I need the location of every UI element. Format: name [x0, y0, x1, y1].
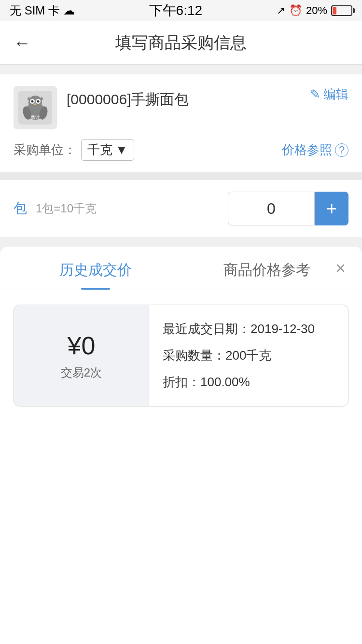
tab-active-indicator: [81, 288, 110, 290]
price-summary-left: ¥0 交易2次: [14, 305, 149, 406]
back-button[interactable]: ←: [14, 33, 31, 53]
location-icon: ↗: [277, 4, 285, 17]
quantity-unit-icon: 包: [14, 199, 27, 218]
edit-icon: ✎: [310, 87, 320, 102]
edit-label: 编辑: [323, 86, 348, 103]
price-card: ¥0 交易2次 最近成交日期：2019-12-30 采购数量：200千克 折扣：…: [14, 305, 348, 406]
svg-text:数计: 数计: [31, 115, 40, 120]
sim-status: 无 SIM 卡 ☁: [10, 3, 75, 18]
qty-value: 200千克: [225, 348, 271, 363]
battery-icon: [331, 5, 352, 16]
date-label: 最近成交日期：: [163, 322, 251, 336]
product-card: 数计 [0000006]手撕面包 ✎ 编辑 采购单位： 千克 ▼ 价格参照 ?: [0, 74, 362, 172]
edit-button[interactable]: ✎ 编辑: [310, 86, 348, 103]
price-amount: ¥0: [68, 331, 96, 360]
tabs-section: 历史成交价 商品价格参考 × ¥0 交易2次 最近成交日期：2019-12-30…: [0, 247, 362, 421]
section-divider: [0, 172, 362, 180]
quantity-controls: 0 +: [228, 192, 348, 225]
tab-history-price[interactable]: 历史成交价: [10, 247, 181, 290]
quantity-input[interactable]: 0: [228, 192, 315, 225]
nav-bar: ← 填写商品采购信息: [0, 21, 362, 65]
alarm-icon: ⏰: [289, 4, 302, 17]
svg-point-5: [31, 100, 34, 103]
page-title: 填写商品采购信息: [115, 32, 247, 54]
unit-dropdown[interactable]: 千克 ▼: [81, 139, 134, 161]
bottom-space: [0, 421, 362, 644]
unit-label: 采购单位：: [14, 141, 76, 158]
price-ref-help-icon: ?: [335, 143, 348, 157]
tabs-header: 历史成交价 商品价格参考 ×: [0, 247, 362, 290]
quantity-plus-button[interactable]: +: [315, 192, 348, 225]
price-transactions: 交易2次: [61, 365, 102, 380]
price-date-row: 最近成交日期：2019-12-30: [163, 320, 334, 338]
date-value: 2019-12-30: [251, 322, 315, 336]
discount-label: 折扣：: [163, 375, 200, 389]
product-info: 数计 [0000006]手撕面包: [14, 86, 189, 129]
price-ref-label: 价格参照: [282, 141, 332, 158]
dropdown-arrow-icon: ▼: [115, 142, 128, 157]
qty-label: 采购数量：: [163, 348, 225, 363]
quantity-conversion: 1包=10千克: [36, 201, 97, 216]
price-discount-row: 折扣：100.00%: [163, 373, 334, 392]
battery-percent: 20%: [306, 4, 327, 17]
tabs-close-button[interactable]: ×: [331, 253, 350, 283]
quantity-row: 包 1包=10千克 0 +: [0, 180, 362, 237]
product-logo-icon: 数计: [18, 91, 52, 125]
product-header: 数计 [0000006]手撕面包 ✎ 编辑: [14, 86, 348, 129]
price-quantity-row: 采购数量：200千克: [163, 346, 334, 365]
discount-value: 100.00%: [200, 375, 250, 389]
svg-point-6: [37, 100, 40, 103]
history-content: ¥0 交易2次 最近成交日期：2019-12-30 采购数量：200千克 折扣：…: [0, 290, 362, 421]
product-unit-row: 采购单位： 千克 ▼ 价格参照 ?: [14, 139, 348, 161]
status-bar: 无 SIM 卡 ☁ 下午6:12 ↗ ⏰ 20%: [0, 0, 362, 21]
tab-price-reference[interactable]: 商品价格参考: [181, 247, 352, 290]
status-time: 下午6:12: [149, 1, 203, 20]
product-title: [0000006]手撕面包: [67, 90, 189, 110]
tab-reference-label: 商品价格参考: [223, 262, 310, 278]
status-right: ↗ ⏰ 20%: [277, 4, 352, 17]
unit-value: 千克: [87, 141, 112, 158]
status-left: 无 SIM 卡 ☁: [10, 3, 75, 18]
product-image: 数计: [14, 86, 57, 129]
price-ref-button[interactable]: 价格参照 ?: [282, 141, 348, 158]
tab-history-label: 历史成交价: [59, 262, 132, 278]
price-details-right: 最近成交日期：2019-12-30 采购数量：200千克 折扣：100.00%: [149, 305, 348, 406]
